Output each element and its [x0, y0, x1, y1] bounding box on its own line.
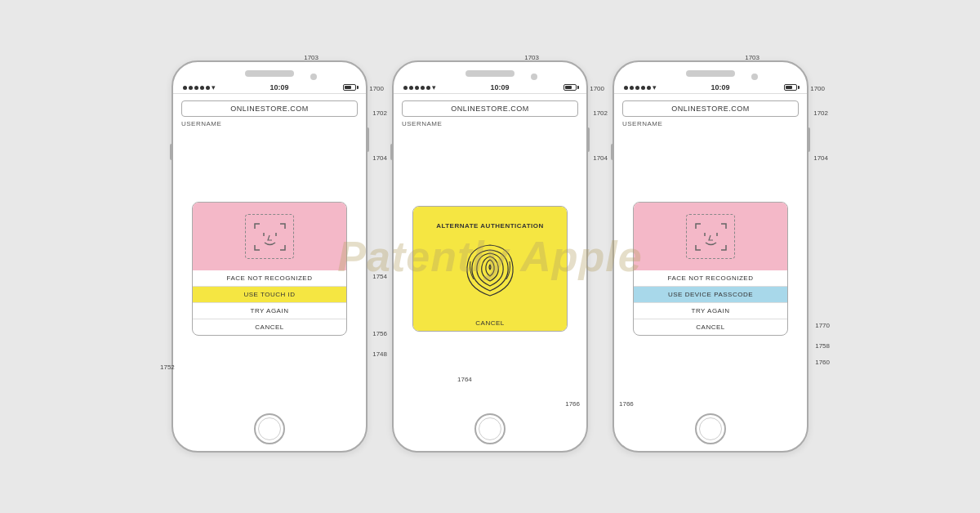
phones-container: ▾ 10:09 ONLINESTORE.COM USERNAME [0, 0, 980, 513]
ref-1754-1: 1754 [372, 273, 387, 280]
phone-3-content: ONLINESTORE.COM USERNAME [614, 94, 807, 413]
face-svg-1 [252, 221, 288, 253]
phone-1-face-area [193, 203, 346, 270]
face-id-icon-3 [686, 214, 735, 259]
phone-2-fingerprint-area: ALTERNATE AUTHENTICATION [413, 207, 567, 315]
phone-2-content: ONLINESTORE.COM USERNAME ALTERNATE AUTHE… [394, 94, 586, 413]
ref-1748-1: 1748 [372, 350, 387, 358]
ref-1702-2: 1702 [593, 109, 608, 117]
phone-2-modal-overlay: ALTERNATE AUTHENTICATION [394, 62, 586, 451]
face-id-icon-1 [245, 214, 294, 259]
ref-1766-3: 1766 [619, 400, 634, 408]
ref-1704-1: 1704 [372, 154, 387, 162]
phone-3-modal-card: FACE NOT RECOGNIZED USE DEVICE PASSCODE … [633, 202, 788, 336]
ref-1700-3: 1700 [810, 85, 825, 92]
ref-1703-1: 1703 [304, 54, 318, 61]
ref-1760-3: 1760 [815, 359, 830, 366]
ref-1702-3: 1702 [813, 109, 828, 117]
phone-3-use-passcode-btn[interactable]: USE DEVICE PASSCODE [634, 287, 787, 303]
ref-1758-3: 1758 [815, 342, 830, 350]
phone-3: ▾ 10:09 ONLINESTORE.COM USERNAME [612, 60, 808, 453]
ref-1700-2: 1700 [590, 85, 604, 92]
phone-3-try-again-btn[interactable]: TRY AGAIN [634, 303, 787, 319]
face-svg-3 [693, 221, 729, 253]
phone-1-content: ONLINESTORE.COM USERNAME [173, 94, 366, 413]
phone-1-use-touch-id-btn[interactable]: USE TOUCH ID [193, 287, 346, 303]
phone-1-modal-card: FACE NOT RECOGNIZED USE TOUCH ID TRY AGA… [192, 202, 347, 336]
phone-3-face-area [634, 203, 787, 270]
ref-1703-3: 1703 [745, 54, 760, 61]
phone-1-face-not-recognized: FACE NOT RECOGNIZED [193, 270, 346, 287]
side-button-right-1 [366, 127, 369, 152]
fingerprint-svg [457, 239, 523, 304]
phone-3-wrapper: ▾ 10:09 ONLINESTORE.COM USERNAME [612, 60, 808, 453]
phone-1-wrapper: ▾ 10:09 ONLINESTORE.COM USERNAME [172, 60, 368, 453]
phone-1-try-again-btn[interactable]: TRY AGAIN [193, 303, 346, 319]
phone-1-cancel-btn[interactable]: CANCEL [193, 319, 346, 335]
ref-1702-1: 1702 [372, 109, 387, 117]
phone-2-wrapper: ▾ 10:09 ONLINESTORE.COM USERNAME ALTERNA… [392, 60, 588, 453]
phone-1-modal-overlay: FACE NOT RECOGNIZED USE TOUCH ID TRY AGA… [173, 62, 366, 451]
ref-1766-2: 1766 [565, 400, 580, 408]
ref-1770-3: 1770 [815, 322, 830, 329]
side-button-right-3 [807, 127, 810, 152]
ref-1703-2: 1703 [524, 54, 539, 61]
ref-1752-1: 1752 [160, 364, 175, 371]
ref-1704-3: 1704 [813, 154, 828, 162]
phone-2-alt-auth-header: ALTERNATE AUTHENTICATION [425, 218, 555, 234]
ref-1764-2: 1764 [457, 376, 472, 383]
phone-2-modal-card: ALTERNATE AUTHENTICATION [412, 206, 568, 332]
phone-2-cancel-btn[interactable]: CANCEL [413, 315, 567, 331]
phone-3-face-not-recognized: FACE NOT RECOGNIZED [634, 270, 787, 287]
phone-1: ▾ 10:09 ONLINESTORE.COM USERNAME [172, 60, 368, 453]
phone-3-modal-overlay: FACE NOT RECOGNIZED USE DEVICE PASSCODE … [614, 62, 807, 451]
ref-1700-1: 1700 [369, 85, 384, 92]
side-button-right-2 [586, 127, 590, 152]
phone-3-cancel-btn[interactable]: CANCEL [634, 319, 787, 335]
ref-1704-2: 1704 [593, 154, 608, 162]
phone-2: ▾ 10:09 ONLINESTORE.COM USERNAME ALTERNA… [392, 60, 588, 453]
ref-1756-1: 1756 [372, 330, 387, 337]
